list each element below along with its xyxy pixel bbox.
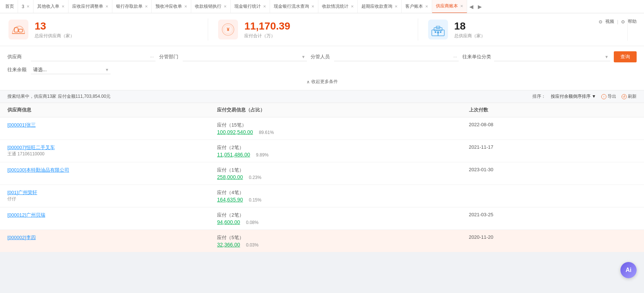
trans-amount-0[interactable]: 100,092,540.00 <box>217 129 253 135</box>
table-scroll: [000001]张三 应付（15笔） 100,092,540.00 89.61%… <box>0 117 644 252</box>
top-navigation: 首页 3 ✕ 其他收入单 ✕ 应收应付调整单 ✕ 银行存取款单 ✕ 预收冲应收单… <box>0 0 644 13</box>
dept-select[interactable] <box>183 52 307 61</box>
supplier-sub-1: 王通 17106110000 <box>7 151 45 156</box>
person-label: 分管人员 <box>311 54 331 60</box>
export-action[interactable]: ↑ 导出 <box>601 93 616 100</box>
trans-pct-5: 0.03% <box>246 242 259 248</box>
table-row: [001]广州荣轩 仔仔 应付（4笔） 164,635.90 0.15% <box>0 185 644 207</box>
trans-amount-2[interactable]: 258,000.00 <box>217 174 243 180</box>
filter-area: 供应商 ··· 分管部门 ▼ 分管人员 ··· 往来单位分类 <box>0 46 644 90</box>
trans-label-0: 应付（15笔） <box>217 122 469 128</box>
refresh-action[interactable]: ↺ 刷新 <box>622 93 637 100</box>
last-pay-4: 2021-03-25 <box>469 212 637 217</box>
last-pay-2: 2023-01-30 <box>469 167 637 172</box>
nav-next-arrow[interactable]: ▶ <box>476 4 484 10</box>
balance-select-wrap: 请选... ▼ <box>31 65 111 74</box>
balance-select[interactable]: 请选... <box>31 65 111 74</box>
col-header-transaction: 应付交易信息（占比） <box>217 107 469 113</box>
top-right-links: ⊙ 视频 | ⊙ 帮助 <box>599 18 637 25</box>
close-icon[interactable]: ✕ <box>184 4 187 8</box>
supplier-link-3[interactable]: [001]广州荣轩 <box>7 189 217 196</box>
filter-balance: 往来余额 请选... ▼ <box>7 65 111 74</box>
nav-tab-advance-offset[interactable]: 预收冲应收单 ✕ <box>152 0 191 13</box>
nav-tab-cash-bank-stats[interactable]: 现金银行统计 ✕ <box>231 0 270 13</box>
nav-tab-ar-adjustment[interactable]: 应收应付调整单 ✕ <box>69 0 112 13</box>
search-button[interactable]: 查询 <box>614 51 637 62</box>
help-icon: ⊙ <box>621 19 625 24</box>
filter-person: 分管人员 ··· <box>311 52 459 61</box>
trans-pct-3: 0.15% <box>249 197 261 203</box>
svg-rect-12 <box>435 31 436 33</box>
trans-label-4: 应付（2笔） <box>217 212 469 218</box>
trans-pct-0: 89.61% <box>259 130 274 135</box>
person-input[interactable] <box>334 52 459 61</box>
table-row: [000012]广州贝瑞 应付（2笔） 94,600.00 0.08% 2021… <box>0 207 644 230</box>
supplier-link-5[interactable]: [000002]李四 <box>7 234 217 241</box>
close-icon[interactable]: ✕ <box>27 4 29 8</box>
supplier-link-1[interactable]: [000007]恒旺二手叉车 <box>7 144 217 151</box>
summary-card-payable-total: ¥ 11,170.39 应付合计（万） <box>217 18 418 41</box>
sort-value[interactable]: 按应付余额倒序排序 ▼ <box>551 93 596 100</box>
summary-card-total-suppliers: 18 总供应商（家） <box>427 18 628 41</box>
last-pay-5: 2020-11-20 <box>469 234 637 240</box>
close-icon[interactable]: ✕ <box>311 4 314 8</box>
category-select[interactable] <box>494 52 610 61</box>
close-icon[interactable]: ✕ <box>145 4 148 8</box>
supplier-sub-3: 仔仔 <box>7 196 16 201</box>
transaction-info-5: 应付（5笔） 32,366.00 0.03% <box>217 234 469 248</box>
video-link[interactable]: 视频 <box>605 18 614 25</box>
trans-pct-4: 0.08% <box>246 220 259 225</box>
nav-tab-home[interactable]: 首页 <box>1 0 18 13</box>
close-icon[interactable]: ✕ <box>263 4 266 8</box>
person-dots-icon[interactable]: ··· <box>453 54 457 59</box>
trans-amount-1[interactable]: 11,051,486.00 <box>217 152 250 158</box>
table-row: [000001]张三 应付（15笔） 100,092,540.00 89.61%… <box>0 117 644 140</box>
collapse-up-icon: ∧ <box>307 79 310 85</box>
nav-tab-cash-flow-query[interactable]: 现金银行流水查询 ✕ <box>270 0 318 13</box>
close-icon[interactable]: ✕ <box>351 4 354 8</box>
close-icon[interactable]: ✕ <box>425 4 428 8</box>
payable-total-icon: ¥ <box>217 18 239 41</box>
supplier-link-4[interactable]: [000012]广州贝瑞 <box>7 212 217 218</box>
last-pay-1: 2021-11-17 <box>469 144 637 150</box>
trans-label-3: 应付（4笔） <box>217 189 469 196</box>
col-header-lastpay: 上次付数 <box>469 107 637 113</box>
summary-text-total-suppliers: 18 总供应商（家） <box>454 20 485 39</box>
supplier-link-2[interactable]: [000100]本特勤油品有限公司 <box>7 167 217 173</box>
filter-row-2: 往来余额 请选... ▼ <box>7 65 111 74</box>
close-icon[interactable]: ✕ <box>460 4 463 8</box>
supplier-input[interactable] <box>31 52 155 61</box>
right-actions: 排序： 按应付余额倒序排序 ▼ ↑ 导出 ↺ 刷新 <box>532 93 637 100</box>
collapse-button[interactable]: ∧ 收起更多条件 <box>7 77 637 86</box>
trans-pct-1: 9.89% <box>256 152 269 158</box>
trans-label-1: 应付（2笔） <box>217 144 469 151</box>
trans-pct-2: 0.23% <box>249 175 261 180</box>
dept-label: 分管部门 <box>159 54 180 60</box>
help-link[interactable]: 帮助 <box>628 18 637 25</box>
table-row: [000100]本特勤油品有限公司 应付（1笔） 258,000.00 0.23… <box>0 162 644 185</box>
nav-tab-overdue-query[interactable]: 超期应收款查询 ✕ <box>358 0 402 13</box>
trans-label-2: 应付（1笔） <box>217 167 469 173</box>
nav-tab-bank-deposit[interactable]: 银行存取款单 ✕ <box>112 0 152 13</box>
nav-prev-arrow[interactable]: ◀ <box>467 4 476 10</box>
close-icon[interactable]: ✕ <box>224 4 227 8</box>
supplier-link-0[interactable]: [000001]张三 <box>7 122 217 128</box>
video-icon: ⊙ <box>599 19 602 24</box>
trans-amount-4[interactable]: 94,600.00 <box>217 219 240 225</box>
refresh-icon: ↺ <box>622 94 627 99</box>
summary-card-payable-suppliers: 13 总应付供应商（家） <box>7 18 208 41</box>
supplier-dots-icon[interactable]: ··· <box>150 54 154 59</box>
nav-tab-payment-execution[interactable]: 收款核销执行 ✕ <box>191 0 231 13</box>
trans-amount-5[interactable]: 32,366.00 <box>217 242 240 248</box>
nav-tab-supplier-ledger[interactable]: 供应商账本 ✕ <box>432 0 467 13</box>
export-icon: ↑ <box>601 94 606 99</box>
close-icon[interactable]: ✕ <box>105 4 108 8</box>
close-icon[interactable]: ✕ <box>395 4 398 8</box>
trans-amount-3[interactable]: 164,635.90 <box>217 197 243 203</box>
nav-tab-customer-ledger[interactable]: 客户账本 ✕ <box>402 0 432 13</box>
nav-tab-other-income[interactable]: 其他收入单 ✕ <box>34 0 69 13</box>
close-icon[interactable]: ✕ <box>62 4 64 8</box>
nav-tab-3[interactable]: 3 ✕ <box>18 0 34 13</box>
total-suppliers-number: 18 <box>454 20 485 32</box>
nav-tab-payment-stats[interactable]: 收款情况统计 ✕ <box>318 0 358 13</box>
